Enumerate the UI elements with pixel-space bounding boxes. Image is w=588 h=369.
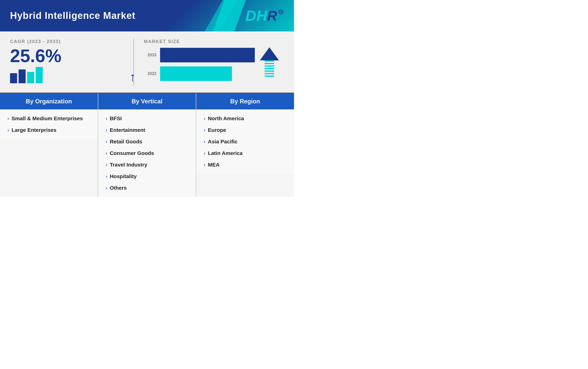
market-bar-2022-row: 2022: [144, 66, 255, 81]
bottom-section: By Organization›Small & Medium Enterpris…: [0, 93, 294, 197]
big-arrow-head-icon: [260, 47, 279, 60]
chevron-right-icon: ›: [204, 162, 205, 168]
chevron-right-icon: ›: [204, 128, 205, 133]
cagr-chart: ↑: [10, 67, 133, 83]
arrow-stripe-3: [265, 67, 274, 68]
chevron-right-icon: ›: [106, 185, 107, 191]
column-header-2: By Region: [196, 93, 294, 109]
list-item: ›Latin America: [204, 150, 286, 156]
list-item-label: North America: [208, 115, 244, 121]
chevron-right-icon: ›: [106, 174, 107, 179]
list-item: ›MEA: [204, 162, 286, 168]
list-item-label: Small & Medium Enterprises: [12, 115, 83, 121]
list-item-label: MEA: [208, 162, 220, 168]
chevron-right-icon: ›: [106, 139, 107, 144]
list-item: ›Hospitality: [106, 173, 188, 179]
logo-r: R: [267, 8, 277, 24]
list-item: ›Large Enterprises: [8, 127, 90, 133]
cagr-block: CAGR (2023 - 2033) 25.6% ↑: [10, 39, 133, 85]
chart-bar-1: [10, 73, 17, 83]
list-item-label: Consumer Goods: [110, 150, 154, 156]
list-item-label: Hospitality: [110, 173, 137, 179]
arrow-stripe-1: [265, 62, 274, 63]
logo-d: D: [246, 7, 256, 24]
list-item-label: Travel Industry: [110, 162, 147, 168]
header: Hybrid Intelligence Market D H R ⚙: [0, 0, 294, 31]
chevron-right-icon: ›: [106, 128, 107, 133]
arrow-stripe-5: [265, 72, 274, 73]
logo-gear-icon: ⚙: [278, 8, 284, 16]
chevron-right-icon: ›: [106, 151, 107, 156]
column-body-0: ›Small & Medium Enterprises›Large Enterp…: [0, 109, 98, 139]
chart-bar-3: [27, 72, 34, 83]
column-header-1: By Vertical: [98, 93, 196, 109]
column-body-1: ›BFSI›Entertainment›Retail Goods›Consume…: [98, 109, 196, 197]
trend-arrow-icon: ↑: [130, 71, 136, 83]
big-arrow-container: [255, 45, 284, 79]
year-2033: 2033: [144, 53, 157, 57]
list-item: ›North America: [204, 115, 286, 121]
market-bar-2022: [160, 66, 232, 81]
big-arrow-body: [265, 60, 274, 77]
chevron-right-icon: ›: [8, 128, 9, 133]
chevron-right-icon: ›: [204, 139, 205, 144]
chevron-right-icon: ›: [204, 151, 205, 156]
list-item: ›Consumer Goods: [106, 150, 188, 156]
list-item-label: Latin America: [208, 150, 242, 156]
list-item-label: Europe: [208, 127, 226, 133]
big-arrow-section: [255, 39, 284, 85]
column-header-0: By Organization: [0, 93, 98, 109]
stats-section: CAGR (2023 - 2033) 25.6% ↑ MARKET SIZE 2…: [0, 31, 294, 93]
column-1: By Vertical›BFSI›Entertainment›Retail Go…: [98, 93, 197, 197]
column-body-2: ›North America›Europe›Asia Pacific›Latin…: [196, 109, 294, 174]
list-item-label: BFSI: [110, 115, 122, 121]
list-item-label: Others: [110, 185, 127, 191]
list-item: ›Small & Medium Enterprises: [8, 115, 90, 121]
column-0: By Organization›Small & Medium Enterpris…: [0, 93, 98, 197]
logo-h: H: [256, 7, 267, 24]
arrow-stripe-4: [265, 69, 274, 70]
list-item-label: Asia Pacific: [208, 139, 237, 145]
list-item: ›Travel Industry: [106, 162, 188, 168]
chevron-right-icon: ›: [204, 116, 205, 121]
arrow-stripe-6: [265, 74, 274, 75]
list-item: ›Asia Pacific: [204, 139, 286, 145]
list-item: ›Entertainment: [106, 127, 188, 133]
chevron-right-icon: ›: [106, 162, 107, 168]
list-item-label: Large Enterprises: [12, 127, 57, 133]
market-block: MARKET SIZE 2033 2022: [133, 39, 255, 85]
chevron-right-icon: ›: [8, 116, 9, 121]
list-item: ›BFSI: [106, 115, 188, 121]
market-bar-2033: [160, 48, 255, 62]
page-title: Hybrid Intelligence Market: [10, 10, 135, 21]
chevron-right-icon: ›: [106, 116, 107, 121]
list-item-label: Entertainment: [110, 127, 145, 133]
cagr-value: 25.6%: [10, 47, 133, 65]
market-bar-2033-row: 2033: [144, 48, 255, 62]
cagr-label: CAGR (2023 - 2033): [10, 39, 133, 44]
list-item: ›Retail Goods: [106, 139, 188, 145]
market-label: MARKET SIZE: [144, 39, 255, 44]
list-item: ›Europe: [204, 127, 286, 133]
chart-bar-4: [36, 67, 43, 83]
logo: D H R ⚙: [246, 7, 284, 24]
chart-bar-2: [19, 69, 26, 83]
column-2: By Region›North America›Europe›Asia Paci…: [196, 93, 294, 197]
list-item: ›Others: [106, 185, 188, 191]
list-item-label: Retail Goods: [110, 139, 142, 145]
logo-dhr: D H R ⚙: [246, 7, 284, 24]
arrow-stripe-2: [265, 64, 274, 65]
year-2022: 2022: [144, 71, 157, 76]
